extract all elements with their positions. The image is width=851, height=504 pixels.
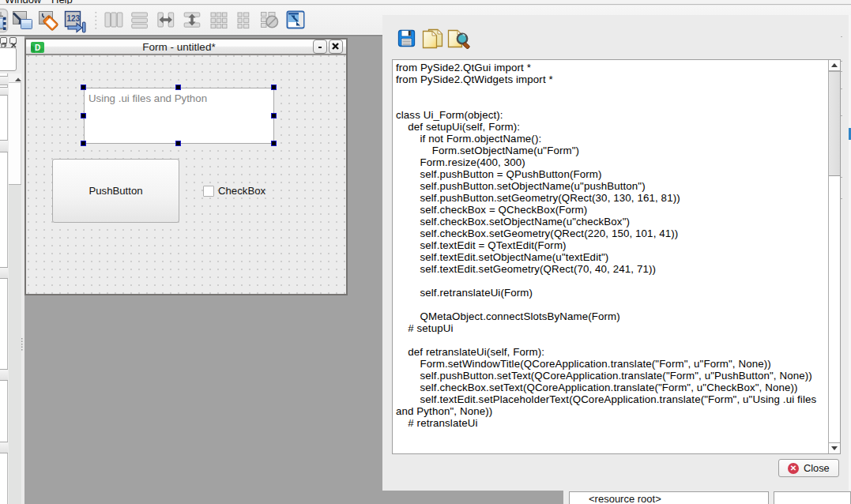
svg-text:123: 123 — [67, 14, 81, 23]
svg-text:D: D — [35, 43, 40, 52]
